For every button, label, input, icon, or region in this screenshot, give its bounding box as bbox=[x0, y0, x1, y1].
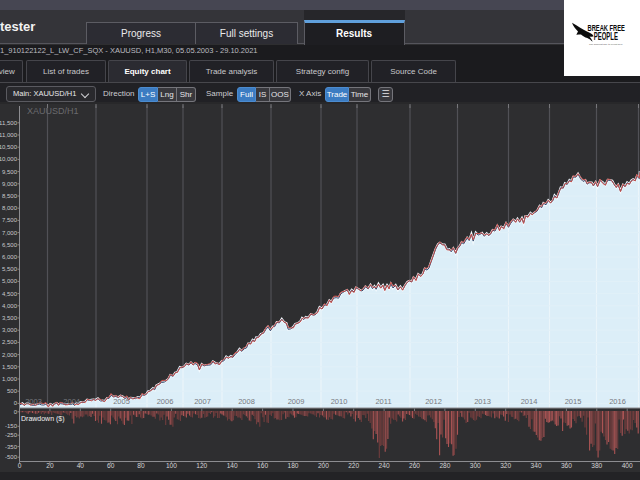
svg-text:11,500: 11,500 bbox=[0, 120, 18, 126]
svg-text:8,500: 8,500 bbox=[2, 193, 18, 199]
svg-text:The simplest way to invest her: The simplest way to invest here bbox=[589, 43, 623, 46]
svg-text:1,500: 1,500 bbox=[2, 364, 18, 370]
svg-text:3,000: 3,000 bbox=[2, 327, 18, 333]
svg-text:2012: 2012 bbox=[425, 397, 442, 406]
svg-text:Drawdown ($): Drawdown ($) bbox=[21, 415, 65, 423]
svg-text:PEOPLE: PEOPLE bbox=[594, 31, 619, 43]
svg-text:500: 500 bbox=[7, 388, 18, 394]
svg-text:2009: 2009 bbox=[288, 397, 305, 406]
svg-text:9,000: 9,000 bbox=[2, 181, 18, 187]
svg-text:2010: 2010 bbox=[331, 397, 348, 406]
svg-text:2007: 2007 bbox=[194, 397, 211, 406]
svg-text:7,500: 7,500 bbox=[2, 217, 18, 223]
svg-text:2005: 2005 bbox=[113, 397, 130, 406]
svg-text:2016: 2016 bbox=[609, 397, 626, 406]
svg-text:3,500: 3,500 bbox=[2, 315, 18, 321]
svg-text:-500: -500 bbox=[5, 454, 18, 460]
svg-text:5,000: 5,000 bbox=[2, 278, 18, 284]
svg-text:10,000: 10,000 bbox=[0, 156, 18, 162]
svg-text:6,500: 6,500 bbox=[2, 242, 18, 248]
svg-text:8,000: 8,000 bbox=[2, 205, 18, 211]
svg-text:-350: -350 bbox=[5, 444, 18, 450]
svg-text:2,500: 2,500 bbox=[2, 339, 18, 345]
svg-text:4,000: 4,000 bbox=[2, 303, 18, 309]
svg-text:5,500: 5,500 bbox=[2, 266, 18, 272]
svg-text:2011: 2011 bbox=[375, 397, 391, 406]
svg-text:7,000: 7,000 bbox=[2, 230, 18, 236]
svg-text:9,500: 9,500 bbox=[2, 169, 18, 175]
svg-text:2003: 2003 bbox=[25, 397, 42, 406]
svg-text:10,500: 10,500 bbox=[0, 144, 18, 150]
svg-text:XAUUSD/H1: XAUUSD/H1 bbox=[27, 106, 79, 116]
svg-text:1,000: 1,000 bbox=[2, 376, 18, 382]
svg-text:2015: 2015 bbox=[565, 397, 582, 406]
svg-text:11,000: 11,000 bbox=[0, 132, 18, 138]
svg-text:2004: 2004 bbox=[63, 397, 80, 406]
svg-text:-150: -150 bbox=[5, 423, 18, 429]
svg-text:6,000: 6,000 bbox=[2, 254, 18, 260]
svg-text:2,000: 2,000 bbox=[2, 352, 18, 358]
svg-text:2006: 2006 bbox=[157, 397, 174, 406]
svg-text:2013: 2013 bbox=[474, 397, 491, 406]
svg-text:-250: -250 bbox=[5, 432, 18, 438]
svg-text:4,500: 4,500 bbox=[2, 291, 18, 297]
svg-text:2014: 2014 bbox=[521, 397, 538, 406]
svg-text:2008: 2008 bbox=[238, 397, 255, 406]
